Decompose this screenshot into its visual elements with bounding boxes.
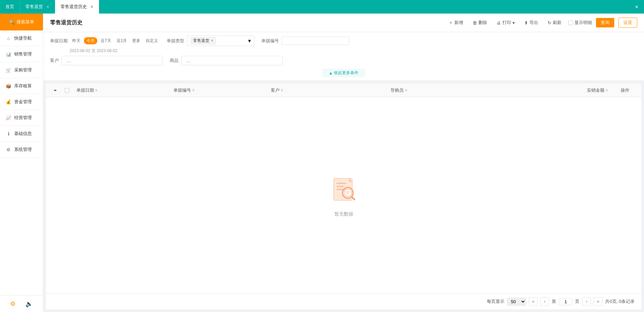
sidebar-nav: ⌂ 快捷导航 📊 销售管理 🛒 采购管理 📦 库存核算 💰 资金管理 📈 — [0, 30, 43, 295]
new-button[interactable]: ＋ 新增 — [446, 18, 466, 27]
type-filter-label: 单据类型 — [167, 38, 184, 44]
next-page-btn[interactable]: › — [582, 297, 591, 306]
date-btn-more[interactable]: 更多 — [130, 37, 142, 44]
show-detail-toggle[interactable]: 显示明细 — [568, 20, 592, 26]
goods-ellipsis: ... — [185, 58, 192, 64]
th-date-sort: ⇅ — [95, 88, 98, 92]
type-filter: 单据类型 零售退货 ✕ ▾ — [167, 36, 255, 46]
tab-home-label: 首页 — [5, 4, 14, 10]
type-selector[interactable]: 零售退货 ✕ ▾ — [187, 36, 255, 46]
delete-icon: 🗑 — [473, 20, 477, 25]
filter-row-2: 客户 ... 商品 ... — [50, 56, 637, 65]
customer-selector[interactable]: ... — [62, 56, 163, 65]
print-dropdown-icon: ▾ — [512, 20, 515, 25]
date-range-text: 2023-06-02 至 2023-06-02 — [70, 48, 117, 54]
filter-area: 单据日期 昨天 今天 近7天 近1月 更多 自定义 单据类型 — [43, 32, 644, 81]
page-unit: 页 — [575, 298, 579, 305]
date-btn-yesterday[interactable]: 昨天 — [70, 37, 82, 44]
th-guide-label: 导购员 — [390, 87, 404, 93]
query-button[interactable]: 查询 — [596, 18, 614, 27]
th-docnum-label: 单据编号 — [173, 87, 191, 93]
delete-button[interactable]: 🗑 删除 — [470, 18, 490, 27]
delete-label: 删除 — [478, 20, 487, 26]
sidebar-item-sales[interactable]: 📊 销售管理 — [0, 46, 43, 62]
filter-row-date-range: 2023-06-02 至 2023-06-02 — [50, 48, 637, 54]
sidebar-item-system-label: 系统管理 — [14, 147, 32, 153]
th-docnum[interactable]: 单据编号 ⇅ — [170, 87, 267, 93]
table-settings-btn[interactable] — [49, 88, 61, 93]
new-label: 新增 — [454, 20, 463, 26]
customer-filter: 客户 ... — [50, 56, 163, 65]
refresh-icon: ↻ — [548, 20, 551, 25]
sales-icon: 📊 — [5, 51, 11, 57]
th-customer[interactable]: 客户 ⇅ — [267, 87, 387, 93]
window-close-button[interactable]: ✕ — [629, 4, 644, 9]
business-icon: 📈 — [5, 115, 11, 121]
th-guide[interactable]: 导购员 ⇅ — [387, 87, 469, 93]
sidebar-item-finance-label: 资金管理 — [14, 99, 32, 105]
date-btn-custom[interactable]: 自定义 — [144, 37, 160, 44]
inventory-icon: 📦 — [5, 83, 11, 89]
collapse-button[interactable]: ▲ 收起更多条件 — [322, 69, 365, 77]
first-page-btn[interactable]: « — [529, 297, 538, 306]
docnum-input[interactable] — [282, 37, 349, 45]
th-customer-sort: ⇅ — [281, 88, 283, 92]
th-date[interactable]: 单据日期 ⇅ — [73, 87, 170, 93]
goods-filter: 商品 ... — [170, 56, 283, 65]
table-select-all-checkbox[interactable] — [61, 88, 73, 93]
sidebar: 🔍 搜索菜单 ⌂ 快捷导航 📊 销售管理 🛒 采购管理 📦 库存核算 💰 — [0, 14, 43, 312]
prev-page-btn[interactable]: ‹ — [540, 297, 549, 306]
settings-bottom-icon[interactable]: ⚙ — [10, 300, 16, 308]
tab-retail-return-history-label: 零售退货历史 — [61, 4, 87, 10]
date-btn-7days[interactable]: 近7天 — [99, 37, 113, 44]
date-filter-label: 单据日期 — [50, 38, 68, 44]
sidebar-item-purchase[interactable]: 🛒 采购管理 — [0, 62, 43, 78]
refresh-button[interactable]: ↻ 刷新 — [545, 18, 564, 27]
sidebar-item-inventory[interactable]: 📦 库存核算 — [0, 78, 43, 94]
export-button[interactable]: ⬆ 导出 — [522, 18, 541, 27]
refresh-label: 刷新 — [553, 20, 562, 26]
th-ops-label: 操作 — [621, 87, 629, 93]
th-date-label: 单据日期 — [76, 87, 94, 93]
settings-button[interactable]: 设置 — [618, 18, 637, 28]
th-amount[interactable]: 实销金额 ⇅ — [545, 87, 612, 93]
print-button[interactable]: 🖨 打印 ▾ — [494, 18, 518, 27]
last-page-btn[interactable]: » — [594, 297, 602, 306]
date-filter: 单据日期 昨天 今天 近7天 近1月 更多 自定义 — [50, 37, 160, 44]
sidebar-item-business[interactable]: 📈 经营管理 — [0, 110, 43, 126]
goods-selector[interactable]: ... — [181, 56, 283, 65]
sidebar-item-info[interactable]: ℹ 基础信息 — [0, 126, 43, 142]
tab-retail-return-history-close[interactable]: ✕ — [90, 5, 93, 9]
tab-retail-return-history[interactable]: 零售退货历史 ✕ — [55, 0, 99, 14]
sidebar-search[interactable]: 🔍 搜索菜单 — [0, 14, 43, 30]
th-docnum-sort: ⇅ — [192, 88, 195, 92]
select-all-box[interactable] — [65, 88, 69, 93]
date-btn-1month[interactable]: 近1月 — [115, 37, 129, 44]
per-page-select[interactable]: 50 100 200 — [507, 298, 526, 306]
customer-filter-label: 客户 — [50, 58, 59, 64]
svg-rect-3 — [336, 186, 344, 187]
volume-bottom-icon[interactable]: 🔈 — [25, 300, 33, 308]
tab-home[interactable]: 首页 — [0, 0, 20, 14]
tab-retail-return-label: 零售退货 — [25, 4, 43, 10]
home-icon: ⌂ — [5, 35, 11, 41]
tab-retail-return[interactable]: 零售退货 ✕ — [20, 0, 55, 14]
sidebar-bottom: ⚙ 🔈 — [0, 295, 43, 312]
sidebar-item-system[interactable]: ⚙ 系统管理 — [0, 142, 43, 158]
sidebar-search-label: 搜索菜单 — [17, 19, 34, 25]
pagination-bar: 每页显示 50 100 200 « ‹ 第 页 › » 共0页, 0条记录 — [46, 293, 641, 309]
tab-retail-return-close[interactable]: ✕ — [46, 5, 49, 9]
collapse-label: 收起更多条件 — [334, 70, 358, 76]
header-actions: ＋ 新增 🗑 删除 🖨 打印 ▾ ⬆ 导出 — [446, 18, 637, 28]
finance-icon: 💰 — [5, 99, 11, 105]
sidebar-item-finance[interactable]: 💰 资金管理 — [0, 94, 43, 110]
sidebar-item-home[interactable]: ⌂ 快捷导航 — [0, 30, 43, 46]
type-tag-close[interactable]: ✕ — [211, 39, 214, 43]
query-label: 查询 — [601, 20, 610, 26]
show-detail-checkbox[interactable] — [568, 20, 573, 25]
date-btn-today[interactable]: 今天 — [84, 37, 97, 44]
docnum-filter-label: 单据编号 — [261, 38, 279, 44]
tab-list: 首页 零售退货 ✕ 零售退货历史 ✕ — [0, 0, 629, 14]
page-number-input[interactable] — [559, 298, 572, 305]
export-label: 导出 — [529, 20, 538, 26]
